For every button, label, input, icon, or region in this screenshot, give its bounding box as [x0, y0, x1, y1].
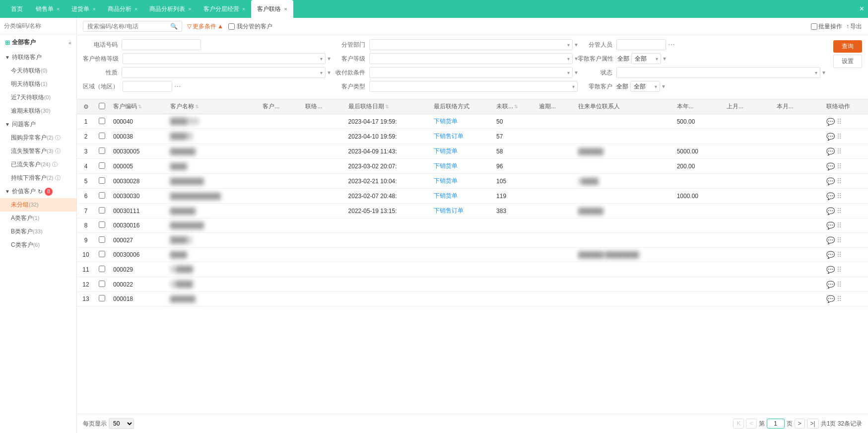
sidebar-item-churn-risk[interactable]: 流失预警客户(3) ⓘ	[0, 144, 76, 158]
phone-input[interactable]	[122, 39, 201, 50]
retail-customer-select[interactable]: 全部	[630, 81, 660, 92]
prev-page-btn[interactable]: <	[746, 419, 756, 429]
more-icon[interactable]: ⠿	[837, 281, 842, 289]
more-icon[interactable]: ⠿	[837, 118, 842, 126]
chat-icon[interactable]: 💬	[826, 221, 835, 229]
nav-home[interactable]: 首页	[4, 0, 30, 18]
sidebar-group-pending[interactable]: ▼ 待联络客户	[0, 51, 76, 64]
row-checkbox[interactable]	[99, 207, 105, 214]
close-icon[interactable]: ×	[134, 6, 137, 12]
last-method-link[interactable]: 下销货单	[434, 177, 458, 184]
more-icon[interactable]: ⠿	[837, 207, 842, 215]
last-method-link[interactable]: 下销货单	[434, 147, 458, 154]
customer-type-select[interactable]	[369, 81, 578, 92]
chat-icon[interactable]: 💬	[826, 162, 835, 170]
status-select[interactable]	[616, 67, 820, 78]
row-checkbox[interactable]	[99, 177, 105, 184]
main-search-input[interactable]	[87, 23, 170, 30]
region-dots-btn[interactable]: ···	[172, 82, 183, 91]
last-method-link[interactable]: 下销货单	[434, 192, 458, 199]
my-customers-checkbox-area[interactable]: 我分管的客户	[228, 22, 272, 31]
chat-icon[interactable]: 💬	[826, 207, 835, 215]
nav-tab-product-list[interactable]: 商品分析列表 ×	[143, 0, 197, 18]
batch-operation-btn[interactable]: 批量操作	[811, 22, 842, 31]
sidebar-item-overdue[interactable]: 逾期未联络(30)	[0, 104, 76, 118]
close-window-btn[interactable]: ×	[860, 4, 864, 13]
sidebar-item-b-class[interactable]: B类客户(33)	[0, 225, 76, 238]
nav-tab-customer-tier[interactable]: 客户分层经营 ×	[198, 0, 251, 18]
close-icon[interactable]: ×	[188, 6, 191, 12]
my-customers-checkbox[interactable]	[228, 23, 235, 30]
export-btn[interactable]: ↑ 导出	[846, 22, 862, 31]
region-input[interactable]	[123, 81, 172, 92]
sidebar-item-hoarding[interactable]: 囤购异常客户(2) ⓘ	[0, 131, 76, 144]
chat-icon[interactable]: 💬	[826, 251, 835, 259]
query-button[interactable]: 查询	[833, 40, 862, 53]
more-icon[interactable]: ⠿	[837, 192, 842, 200]
row-checkbox[interactable]	[99, 118, 105, 124]
chat-icon[interactable]: 💬	[826, 295, 835, 303]
nav-tab-sales[interactable]: 销售单 ×	[30, 0, 66, 18]
more-icon[interactable]: ⠿	[837, 177, 842, 185]
main-search-icon[interactable]: 🔍	[170, 23, 178, 30]
dept-select[interactable]	[369, 39, 573, 50]
chat-icon[interactable]: 💬	[826, 236, 835, 244]
refresh-icon[interactable]: ↻	[38, 188, 43, 195]
chat-icon[interactable]: 💬	[826, 118, 835, 126]
more-icon[interactable]: ⠿	[837, 162, 842, 170]
first-page-btn[interactable]: K	[733, 419, 744, 429]
chat-icon[interactable]: 💬	[826, 266, 835, 274]
close-icon[interactable]: ×	[242, 6, 245, 12]
close-icon[interactable]: ×	[57, 6, 60, 12]
th-check[interactable]	[95, 99, 109, 114]
last-page-btn[interactable]: >|	[807, 419, 819, 429]
sidebar-item-c-class[interactable]: C类客户(6)	[0, 238, 76, 252]
row-checkbox[interactable]	[99, 221, 105, 228]
chat-icon[interactable]: 💬	[826, 192, 835, 200]
nav-tab-purchase[interactable]: 进货单 ×	[66, 0, 101, 18]
next-page-btn[interactable]: >	[795, 419, 805, 429]
sort-icon[interactable]: ⇅	[195, 104, 199, 109]
sidebar-group-value[interactable]: ▼ 价值客户 ↻ 8	[0, 185, 76, 198]
person-input[interactable]	[616, 39, 666, 50]
last-method-link[interactable]: 下销货单	[434, 162, 458, 169]
settings-icon[interactable]: ⚙	[83, 103, 89, 110]
sidebar-item-declining[interactable]: 持续下滑客户(2) ⓘ	[0, 171, 76, 185]
sidebar-item-7days[interactable]: 近7天待联络(0)	[0, 91, 76, 104]
page-size-select[interactable]: 20 50 100 200	[109, 418, 134, 429]
nav-tab-customer-contact[interactable]: 客户联络 ×	[251, 0, 293, 18]
more-icon[interactable]: ⠿	[837, 251, 842, 259]
last-method-link[interactable]: 下销售订单	[434, 133, 464, 140]
chat-icon[interactable]: 💬	[826, 281, 835, 289]
more-icon[interactable]: ⠿	[837, 266, 842, 274]
more-icon[interactable]: ⠿	[837, 295, 842, 303]
current-page-input[interactable]	[767, 419, 785, 429]
payment-select[interactable]	[369, 67, 573, 78]
person-dots-btn[interactable]: ···	[666, 40, 676, 49]
close-icon[interactable]: ×	[284, 6, 287, 12]
sidebar-item-tomorrow[interactable]: 明天待联络(1)	[0, 77, 76, 91]
nature-select[interactable]	[122, 67, 326, 78]
price-grade-select[interactable]	[123, 53, 326, 64]
row-checkbox[interactable]	[99, 192, 105, 199]
last-method-link[interactable]: 下销售订单	[434, 207, 464, 214]
sidebar-item-churned[interactable]: 已流失客户(24) ⓘ	[0, 158, 76, 171]
more-icon[interactable]: ⠿	[837, 133, 842, 141]
row-checkbox[interactable]	[99, 295, 105, 301]
row-checkbox[interactable]	[99, 147, 105, 154]
more-conditions-btn[interactable]: ▽ 更多条件 ▲	[187, 22, 223, 31]
sidebar-item-ungroup[interactable]: 未分组(32)	[0, 198, 76, 212]
more-icon[interactable]: ⠿	[837, 236, 842, 244]
th-settings[interactable]: ⚙	[77, 99, 95, 114]
sort-icon[interactable]: ⇅	[514, 104, 518, 109]
row-checkbox[interactable]	[99, 266, 105, 272]
customer-grade-select[interactable]	[369, 53, 573, 64]
last-method-link[interactable]: 下销货单	[434, 118, 458, 125]
row-checkbox[interactable]	[99, 162, 105, 169]
reset-button[interactable]: 设置	[833, 55, 862, 68]
row-checkbox[interactable]	[99, 281, 105, 287]
sort-icon[interactable]: ⇅	[138, 104, 142, 109]
sort-icon[interactable]: ⇅	[385, 104, 389, 109]
chat-icon[interactable]: 💬	[826, 133, 835, 141]
row-checkbox[interactable]	[99, 236, 105, 243]
